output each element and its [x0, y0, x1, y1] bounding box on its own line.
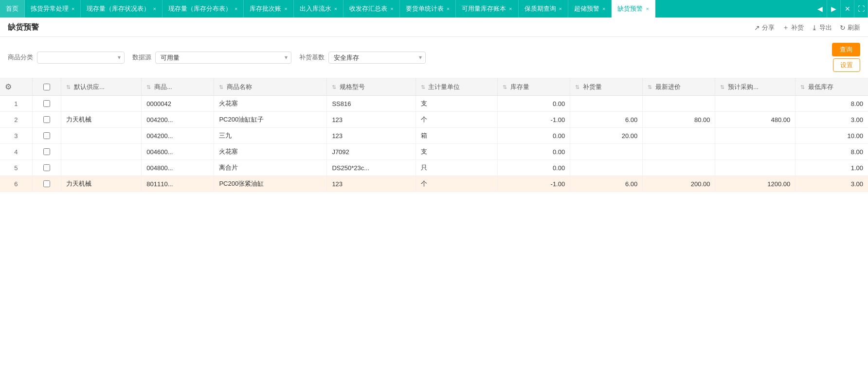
- replenish-icon: ＋: [782, 23, 789, 32]
- cell-unit: 只: [416, 160, 497, 176]
- tab-item-exception[interactable]: 拣货异常处理×: [25, 0, 81, 18]
- tab-item-inventory-dist[interactable]: 现存量（库存分布表）×: [163, 0, 244, 18]
- tab-close-shortage[interactable]: ×: [646, 6, 649, 12]
- row-checkbox[interactable]: [43, 132, 50, 139]
- cell-minstock: 8.00: [796, 144, 868, 160]
- datasource-select[interactable]: 可用量 库存量: [155, 52, 291, 64]
- tab-fullscreen-btn[interactable]: ⛶: [854, 0, 868, 18]
- tab-item-inout-flow[interactable]: 出入库流水×: [294, 0, 344, 18]
- th-name[interactable]: 商品名称: [214, 78, 327, 96]
- replenish-action[interactable]: ＋补货: [782, 23, 804, 32]
- th-unit[interactable]: 主计量单位: [416, 78, 497, 96]
- cell-minstock: 10.00: [796, 128, 868, 144]
- tab-item-demand-stats[interactable]: 要货单统计表×: [400, 0, 456, 18]
- th-stock[interactable]: 库存量: [498, 78, 570, 96]
- row-checkbox[interactable]: [43, 100, 50, 107]
- cell-seq: 3: [0, 128, 32, 144]
- cell-replenish: [570, 144, 643, 160]
- cell-name: 三九: [214, 128, 327, 144]
- cell-price: 200.00: [643, 176, 715, 192]
- page-title: 缺货预警: [8, 22, 754, 33]
- th-forecast[interactable]: 预计采购...: [715, 78, 796, 96]
- refresh-icon: ↻: [840, 24, 846, 32]
- tab-item-expiry[interactable]: 保质期查询×: [519, 0, 568, 18]
- cell-cb: [32, 112, 61, 128]
- tab-item-batch[interactable]: 库存批次账×: [244, 0, 293, 18]
- row-checkbox[interactable]: [43, 164, 50, 171]
- th-minstock[interactable]: 最低库存: [796, 78, 868, 96]
- th-code[interactable]: 商品...: [142, 78, 214, 96]
- row-checkbox[interactable]: [43, 180, 50, 187]
- refresh-action[interactable]: ↻刷新: [840, 23, 860, 32]
- cell-name: PC200张紧油缸: [214, 176, 327, 192]
- tab-next-btn[interactable]: ▶: [827, 0, 841, 18]
- cell-cb: [32, 96, 61, 112]
- cell-forecast: [715, 144, 796, 160]
- th-spec[interactable]: 规格型号: [327, 78, 416, 96]
- cell-supplier: [61, 144, 142, 160]
- tab-close-exception[interactable]: ×: [72, 6, 74, 12]
- th-spec-label: 规格型号: [340, 83, 365, 90]
- cell-stock: -1.00: [498, 112, 570, 128]
- cell-unit: 箱: [416, 128, 497, 144]
- cell-unit: 支: [416, 144, 497, 160]
- cell-minstock: 8.00: [796, 96, 868, 112]
- tab-close-inout-flow[interactable]: ×: [334, 6, 337, 12]
- replenish-base-select[interactable]: 安全库存 最低库存: [328, 52, 426, 64]
- tab-close-all-btn[interactable]: ✕: [841, 0, 854, 18]
- gear-icon[interactable]: ⚙: [5, 83, 12, 91]
- category-label: 商品分类: [8, 53, 33, 62]
- table-row: 4 004600... 火花塞 J7092 支 0.00 8.00: [0, 144, 868, 160]
- query-button[interactable]: 查询: [832, 43, 860, 56]
- table-row: 2 力天机械 004200... PC200油缸缸子 123 个 -1.00 6…: [0, 112, 868, 128]
- cell-code: 004600...: [142, 144, 214, 160]
- row-checkbox[interactable]: [43, 116, 50, 123]
- th-price[interactable]: 最新进价: [643, 78, 715, 96]
- tab-item-shortage[interactable]: 缺货预警×: [612, 0, 655, 18]
- tab-item-available-ledger[interactable]: 可用量库存账本×: [456, 0, 518, 18]
- cell-stock: 0.00: [498, 96, 570, 112]
- tab-item-home[interactable]: 首页: [0, 0, 25, 18]
- tab-nav: ◀ ▶ ✕ ⛶: [814, 0, 868, 18]
- cell-code: 004200...: [142, 128, 214, 144]
- tab-close-batch[interactable]: ×: [284, 6, 287, 12]
- tab-close-overstock[interactable]: ×: [602, 6, 605, 12]
- cell-name: 火花塞: [214, 96, 327, 112]
- tab-prev-btn[interactable]: ◀: [814, 0, 827, 18]
- tab-close-receive-summary[interactable]: ×: [390, 6, 393, 12]
- tab-item-inventory-status[interactable]: 现存量（库存状况表）×: [81, 0, 162, 18]
- cell-stock: 0.00: [498, 160, 570, 176]
- share-icon: ↗: [754, 24, 760, 32]
- tab-close-expiry[interactable]: ×: [559, 6, 562, 12]
- th-unit-label: 主计量单位: [428, 83, 460, 90]
- cell-spec: 123: [327, 176, 416, 192]
- cell-price: [643, 128, 715, 144]
- tab-bar: 首页拣货异常处理×现存量（库存状况表）×现存量（库存分布表）×库存批次账×出入库…: [0, 0, 868, 18]
- th-replenish[interactable]: 补货量: [570, 78, 643, 96]
- filter-replenish-group: 补货基数 安全库存 最低库存: [299, 52, 426, 64]
- datasource-label: 数据源: [132, 53, 151, 62]
- tab-close-demand-stats[interactable]: ×: [447, 6, 450, 12]
- settings-button[interactable]: 设置: [833, 58, 860, 72]
- row-checkbox[interactable]: [43, 148, 50, 155]
- cell-name: 离合片: [214, 160, 327, 176]
- header-actions: ↗分享＋补货⤓导出↻刷新: [754, 23, 860, 32]
- cell-supplier: 力天机械: [61, 176, 142, 192]
- tab-item-overstock[interactable]: 超储预警×: [568, 0, 612, 18]
- share-action[interactable]: ↗分享: [754, 23, 775, 32]
- export-action[interactable]: ⤓导出: [812, 23, 832, 32]
- th-stock-label: 库存量: [510, 83, 529, 90]
- th-supplier-label: 默认供应...: [74, 83, 105, 90]
- cell-cb: [32, 128, 61, 144]
- tab-close-inventory-status[interactable]: ×: [153, 6, 156, 12]
- tab-item-receive-summary[interactable]: 收发存汇总表×: [344, 0, 399, 18]
- tab-close-inventory-dist[interactable]: ×: [235, 6, 237, 12]
- cell-forecast: [715, 96, 796, 112]
- category-select[interactable]: [37, 52, 125, 64]
- select-all-checkbox[interactable]: [43, 84, 50, 90]
- tab-list: 首页拣货异常处理×现存量（库存状况表）×现存量（库存分布表）×库存批次账×出入库…: [0, 0, 814, 18]
- replenish-base-label: 补货基数: [299, 53, 325, 62]
- tab-close-available-ledger[interactable]: ×: [509, 6, 512, 12]
- th-supplier[interactable]: 默认供应...: [61, 78, 142, 96]
- cell-forecast: 1200.00: [715, 176, 796, 192]
